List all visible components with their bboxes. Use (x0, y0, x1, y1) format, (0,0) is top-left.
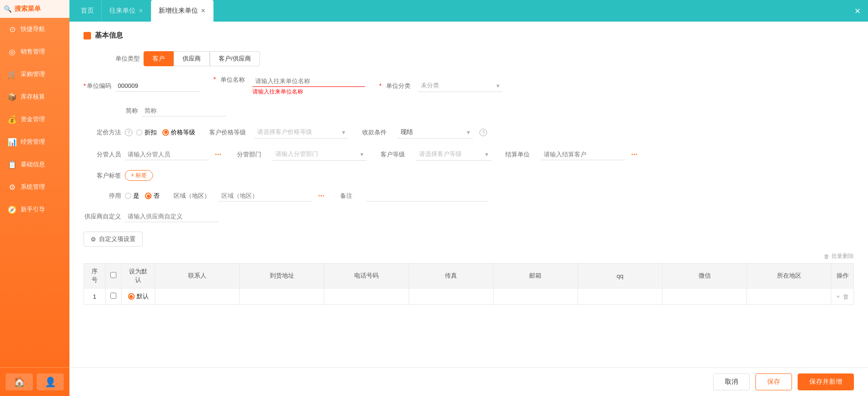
unit-type-both-button[interactable]: 客户/供应商 (210, 51, 260, 66)
remark-input[interactable] (366, 190, 488, 202)
operation-icon: 📊 (8, 137, 17, 147)
unit-category-field: * 单位分类 未分类 ▾ (379, 79, 503, 92)
unit-type-supplier-button[interactable]: 供应商 (174, 51, 210, 66)
price-level-radio[interactable] (162, 129, 169, 136)
sidebar-item-finance[interactable]: 💰资金管理 (0, 108, 69, 131)
region-label: 区域（地区） (174, 192, 211, 200)
default-radio[interactable] (128, 293, 135, 300)
region-more-button[interactable]: ··· (316, 192, 326, 200)
sidebar-item-guide[interactable]: 🧭新手引导 (0, 198, 69, 221)
section-title-text: 基本信息 (95, 31, 123, 40)
sidebar-item-label: 新手引导 (21, 205, 45, 214)
discount-radio[interactable] (136, 129, 143, 136)
payment-condition-select[interactable]: 现结 ▾ (398, 126, 473, 139)
checkbox-cell[interactable] (106, 288, 122, 305)
table-row: 1默认+🗑 (84, 288, 854, 305)
disabled-yes-option[interactable]: 是 (125, 192, 139, 200)
action-cell: +🗑 (831, 288, 854, 305)
finance-icon: 💰 (8, 115, 17, 124)
address-cell[interactable] (240, 288, 324, 305)
address-input[interactable] (244, 293, 319, 300)
tab-label: 首页 (81, 7, 94, 15)
wechat-cell[interactable] (662, 288, 747, 305)
user-icon[interactable]: 👤 (37, 373, 64, 390)
sidebar-item-label: 资金管理 (21, 115, 45, 124)
abbr-label: 简称 (112, 107, 138, 115)
custom-settings-button[interactable]: ⚙ 自定义项设置 (84, 232, 143, 247)
basic-info-icon: 📋 (8, 160, 17, 169)
contacts-table: 序号设为默认联系人到货地址电话号码传真邮箱qq微信所在地区操作 1默认+🗑 (84, 263, 854, 305)
batch-delete-button[interactable]: 🗑 批量删除 (824, 252, 854, 260)
search-menu[interactable]: 🔍 搜索菜单 (0, 0, 69, 18)
qq-cell[interactable] (578, 288, 662, 305)
customer-price-level-select[interactable]: 请选择客户价格等级 ▾ (254, 126, 348, 139)
fax-cell[interactable] (409, 288, 493, 305)
tab-new-partner[interactable]: 新增往来单位✕ (151, 0, 213, 22)
sidebar-item-quick-nav[interactable]: ⊙快捷导航 (0, 18, 69, 40)
yes-radio[interactable] (125, 193, 131, 199)
abbr-input[interactable] (142, 105, 226, 116)
home-icon[interactable]: 🏠 (6, 373, 33, 390)
sidebar-item-sales[interactable]: ◎销售管理 (0, 40, 69, 63)
cancel-button[interactable]: 取消 (713, 373, 750, 390)
add-row-button[interactable]: + (836, 293, 840, 300)
select-all-checkbox[interactable] (110, 272, 116, 278)
pricing-field: 定价方法 ? 折扣 价格等级 (84, 128, 195, 137)
fax-input[interactable] (414, 293, 488, 300)
payment-info-icon[interactable]: ? (480, 129, 487, 136)
customer-level-select[interactable]: 请选择客户等级 ▾ (416, 148, 491, 161)
sidebar-item-inventory[interactable]: 📦库存核算 (0, 85, 69, 108)
unit-type-customer-button[interactable]: 客户 (144, 51, 174, 66)
sidebar-item-label: 销售管理 (21, 47, 45, 56)
disabled-no-option[interactable]: 否 (145, 192, 160, 200)
row-checkbox[interactable] (110, 293, 116, 299)
sidebar-item-label: 经营管理 (21, 138, 45, 146)
manager-more-button[interactable]: ··· (213, 150, 223, 159)
email-cell[interactable] (493, 288, 578, 305)
sidebar: 🔍 搜索菜单 ⊙快捷导航◎销售管理🛒采购管理📦库存核算💰资金管理📊经营管理📋基础… (0, 0, 69, 396)
delete-row-button[interactable]: 🗑 (843, 293, 849, 300)
customer-level-label: 客户等级 (381, 150, 409, 159)
seq-cell: 1 (84, 288, 106, 305)
region-input[interactable] (219, 190, 312, 202)
sidebar-item-purchase[interactable]: 🛒采购管理 (0, 63, 69, 85)
unit-code-input[interactable] (115, 80, 199, 92)
settlement-input[interactable] (541, 149, 625, 160)
settlement-more-button[interactable]: ··· (629, 150, 639, 159)
area-input[interactable] (752, 293, 826, 300)
unit-category-select[interactable]: 未分类 ▾ (418, 79, 503, 92)
tab-home[interactable]: 首页 (73, 0, 102, 22)
sidebar-item-basic-info[interactable]: 📋基础信息 (0, 153, 69, 176)
supplier-custom-input[interactable] (125, 211, 219, 222)
phone-cell[interactable] (324, 288, 409, 305)
supplier-custom-row: 供应商自定义 (84, 211, 854, 222)
guide-icon: 🧭 (8, 205, 17, 214)
close-tab-button[interactable]: ✕ (201, 8, 206, 14)
close-all-tabs-button[interactable]: ✕ (851, 5, 864, 17)
unit-name-input[interactable] (252, 76, 365, 87)
contact-input[interactable] (160, 293, 235, 300)
disabled-field: 停用 是 否 (84, 192, 160, 200)
qq-input[interactable] (583, 293, 657, 300)
email-input[interactable] (498, 293, 573, 300)
pricing-info-icon[interactable]: ? (125, 129, 132, 136)
save-new-button[interactable]: 保存并新增 (798, 373, 854, 390)
chevron-down-icon: ▾ (496, 82, 500, 89)
wechat-input[interactable] (667, 293, 742, 300)
sidebar-item-label: 快捷导航 (21, 25, 45, 33)
contact-cell[interactable] (155, 288, 240, 305)
area-cell[interactable] (747, 288, 831, 305)
pricing-discount-option[interactable]: 折扣 (136, 128, 157, 137)
sidebar-item-operation[interactable]: 📊经营管理 (0, 131, 69, 153)
phone-input[interactable] (329, 293, 404, 300)
close-tab-button[interactable]: ✕ (138, 8, 143, 14)
sidebar-item-system[interactable]: ⚙系统管理 (0, 176, 69, 198)
manager-input[interactable] (125, 149, 209, 160)
tab-partners[interactable]: 往来单位✕ (102, 0, 151, 22)
save-button[interactable]: 保存 (755, 373, 792, 390)
pricing-price-level-option[interactable]: 价格等级 (162, 128, 195, 137)
no-radio[interactable] (145, 193, 152, 199)
add-tag-button[interactable]: + 标签 (125, 170, 153, 181)
table-column-header: 邮箱 (493, 264, 578, 288)
dept-select[interactable]: 请输入分管部门 ▾ (273, 148, 366, 161)
